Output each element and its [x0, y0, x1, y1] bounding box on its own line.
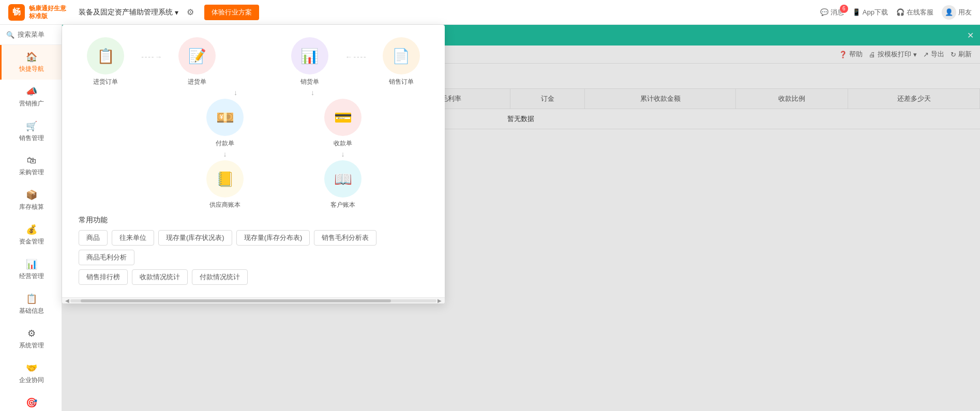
system-title-dropdown[interactable]: 装备及固定资产辅助管理系统 ▾	[79, 8, 178, 17]
v2-receipt-arrow: ↓	[324, 150, 361, 158]
flow-row-2: 💴 付款单 💳 收款单	[79, 99, 428, 148]
scroll-right-icon[interactable]: ▶	[436, 298, 443, 303]
receipt-label: 收款单	[334, 139, 352, 148]
receipt-icon: 💳	[324, 99, 361, 136]
purchase-order-label: 进货订单	[93, 78, 118, 86]
func-btn-sales-rank[interactable]: 销售排行榜	[79, 269, 128, 285]
flow-node-customer: 📖 客户账本	[324, 160, 361, 209]
logo-icon: 畅	[8, 4, 25, 21]
online-service-action[interactable]: 🎧 在线客服	[896, 8, 933, 17]
modal-overlay: 📋 进货订单 - - - - → 📝 进货单 📊	[62, 25, 980, 411]
logo-area: 畅 畅康通好生意 标准版	[8, 4, 70, 21]
sidebar-item-sales[interactable]: 🛒 销售管理	[0, 114, 62, 149]
sidebar-item-marketing[interactable]: 📣 营销推广	[0, 80, 62, 114]
header-right: 💬 消息 6 📱 App下载 🎧 在线客服 👤 用友	[820, 5, 972, 20]
payment-icon: 💴	[206, 99, 244, 136]
v2-payment-arrow: ↓	[206, 150, 244, 158]
flow-node-purchase-order: 📋 进货订单	[87, 37, 124, 86]
flow-diagram: 📋 进货订单 - - - - → 📝 进货单 📊	[79, 37, 428, 211]
func-btn-product-profit[interactable]: 商品毛利分析	[79, 250, 134, 265]
system-title-area: 装备及固定资产辅助管理系统 ▾ ⚙ 体验行业方案	[79, 5, 820, 20]
func-btn-partner[interactable]: 往来单位	[112, 230, 154, 246]
sales-order-icon: 📄	[383, 37, 420, 74]
trial-button[interactable]: 体验行业方案	[204, 5, 259, 20]
supplier-label: 供应商账本	[209, 201, 240, 209]
func-btns-row2: 销售排行榜 收款情况统计 付款情况统计	[79, 269, 428, 285]
sidebar-item-finance[interactable]: 💰 资金管理	[0, 218, 62, 252]
payment-label: 付款单	[216, 139, 234, 148]
sidebar-item-inventory[interactable]: 📦 库存核算	[0, 183, 62, 218]
v2-1	[88, 150, 126, 158]
flow-node-purchase-bill: 📝 进货单	[178, 37, 216, 86]
scroll-left-icon[interactable]: ◀	[64, 298, 70, 303]
sidebar-item-newbie[interactable]: 🎯 新手引导	[0, 391, 62, 411]
user-action[interactable]: 👤 用友	[942, 5, 972, 20]
sales-order-label: 销售订单	[389, 78, 414, 86]
common-functions: 常用功能 商品 往来单位 现存量(库存状况表) 现存量(库存分布表) 销售毛利分…	[79, 216, 428, 285]
newbie-icon: 🎯	[26, 397, 37, 408]
purchase-bill-icon: 📝	[178, 37, 216, 74]
supplier-icon: 📒	[206, 160, 244, 197]
enterprise-icon: 🤝	[26, 362, 37, 374]
flow-node-receipt: 💳 收款单	[324, 99, 361, 148]
chevron-down-icon: ▾	[175, 8, 178, 17]
top-header: 畅 畅康通好生意 标准版 装备及固定资产辅助管理系统 ▾ ⚙ 体验行业方案 💬 …	[0, 0, 980, 25]
flow-node-payment: 💴 付款单	[206, 99, 244, 148]
phone-icon: 📱	[852, 8, 861, 16]
v2-2	[145, 150, 187, 158]
scrollbar-thumb	[81, 299, 391, 302]
arrow-h-1: - - - - →	[141, 53, 161, 61]
func-btns-row1: 商品 往来单位 现存量(库存状况表) 现存量(库存分布表) 销售毛利分析表 商品…	[79, 230, 428, 265]
modal-scrollbar: ◀ ▶	[62, 297, 445, 303]
sales-bill-label: 销货单	[300, 78, 319, 86]
sidebar-nav: 🏠 快捷导航 📣 营销推广 🛒 销售管理 🛍 采购管理 📦 库存核算 💰 资金管…	[0, 45, 62, 411]
func-btn-payment-stat[interactable]: 付款情况统计	[192, 269, 248, 285]
basic-icon: 📋	[26, 293, 37, 305]
v-arrow-purchase	[140, 88, 177, 97]
customer-icon: 📖	[324, 160, 361, 197]
modal-box: 📋 进货订单 - - - - → 📝 进货单 📊	[62, 25, 445, 303]
v-arrow-sales	[371, 88, 409, 97]
finance-icon: 💰	[26, 224, 37, 235]
operation-icon: 📊	[26, 258, 37, 270]
sidebar-item-quick-nav[interactable]: 🏠 快捷导航	[0, 45, 62, 80]
scrollbar-track	[70, 299, 436, 302]
search-menu[interactable]: 🔍 搜索菜单	[0, 25, 62, 45]
customer-label: 客户账本	[330, 201, 355, 209]
logo-text: 畅康通好生意 标准版	[29, 5, 66, 20]
func-btn-receipt-stat[interactable]: 收款情况统计	[132, 269, 188, 285]
marketing-icon: 📣	[26, 86, 37, 97]
sidebar-item-system[interactable]: ⚙ 系统管理	[0, 322, 62, 356]
func-btn-stock-status[interactable]: 现存量(库存状况表)	[158, 230, 232, 246]
func-btn-sales-profit[interactable]: 销售毛利分析表	[314, 230, 376, 246]
func-btn-product[interactable]: 商品	[79, 230, 108, 246]
flow-v-arrows-1: ↓ ↓	[79, 88, 428, 97]
sales-bill-icon: 📊	[291, 37, 328, 74]
purchase-order-icon: 📋	[87, 37, 124, 74]
sidebar-item-purchase[interactable]: 🛍 采购管理	[0, 149, 62, 183]
flow-node-sales-bill: 📊 销货单	[291, 37, 328, 86]
sidebar: 🔍 搜索菜单 🏠 快捷导航 📣 营销推广 🛒 销售管理 🛍 采购管理 📦 库存核…	[0, 25, 62, 411]
avatar: 👤	[942, 5, 956, 20]
sidebar-item-enterprise[interactable]: 🤝 企业协同	[0, 356, 62, 391]
sidebar-item-basic[interactable]: 📋 基础信息	[0, 287, 62, 322]
flow-v-arrows-2: ↓ ↓	[79, 150, 428, 158]
headset-icon: 🎧	[896, 8, 904, 16]
v2-3	[263, 150, 305, 158]
flow-node-sales-order: 📄 销售订单	[383, 37, 420, 86]
sidebar-item-operation[interactable]: 📊 经营管理	[0, 252, 62, 287]
settings-icon[interactable]: ⚙	[187, 7, 194, 17]
message-badge: 6	[840, 5, 848, 13]
search-icon: 🔍	[6, 31, 14, 39]
v-arrow-receipt: ↓	[294, 88, 331, 97]
home-icon: 🏠	[26, 51, 37, 63]
message-icon: 💬	[820, 8, 828, 16]
flow-node-supplier: 📒 供应商账本	[206, 160, 244, 209]
message-action[interactable]: 💬 消息 6	[820, 8, 844, 17]
func-btn-stock-dist[interactable]: 现存量(库存分布表)	[236, 230, 310, 246]
app-download-action[interactable]: 📱 App下载	[852, 8, 888, 17]
common-func-title: 常用功能	[79, 216, 428, 225]
purchase-bill-label: 进货单	[188, 78, 206, 86]
inventory-icon: 📦	[26, 189, 37, 201]
system-title-text: 装备及固定资产辅助管理系统	[79, 8, 173, 17]
